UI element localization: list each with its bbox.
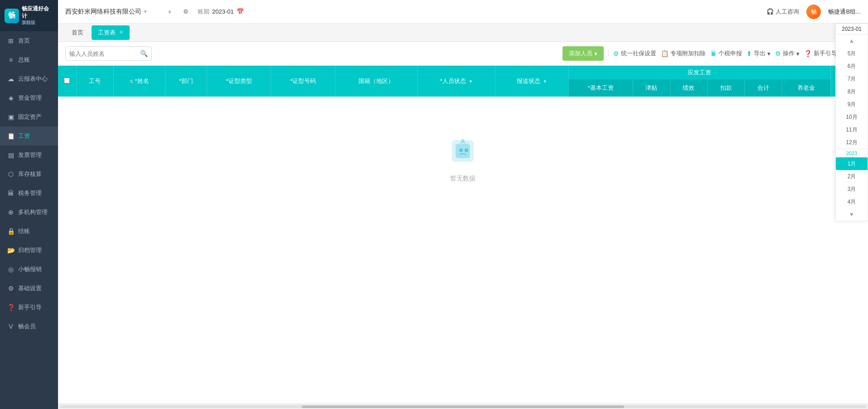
export-btn[interactable]: ⬆ 导出 ▾ xyxy=(747,49,771,58)
invoice-icon: ▤ xyxy=(7,151,15,159)
svg-point-2 xyxy=(459,148,463,152)
header-actions: ＋ ⚙ xyxy=(163,5,192,18)
user-avatar[interactable]: 畅 xyxy=(806,5,821,19)
closing-icon: 🔒 xyxy=(7,228,15,235)
assets-icon: ▣ xyxy=(7,113,15,121)
th-dept-label: *部门 xyxy=(179,78,193,84)
date-item-1[interactable]: 1月 xyxy=(836,157,868,170)
headset-icon: 🎧 xyxy=(766,8,774,15)
th-id-num-label: *证型号码 xyxy=(290,78,316,84)
guide-btn[interactable]: ❓ 新手引导 xyxy=(804,49,837,58)
tab-salary-table[interactable]: 工资表 ✕ xyxy=(92,25,130,40)
sidebar-item-ledger[interactable]: ≡ 总账 xyxy=(0,50,58,69)
date-item-5[interactable]: 5月 xyxy=(836,47,868,60)
service-button[interactable]: 🎧 人工咨询 xyxy=(766,8,799,16)
sidebar-label-invoice: 发票管理 xyxy=(18,151,42,159)
export-label: 导出 xyxy=(754,49,766,58)
date-item-10[interactable]: 10月 xyxy=(836,111,868,123)
sort-icon[interactable]: ⇅ xyxy=(130,79,133,84)
sidebar-item-assets[interactable]: ▣ 固定资产 xyxy=(0,107,58,127)
search-wrap: 🔍 xyxy=(65,46,152,61)
date-item-9[interactable]: 9月 xyxy=(836,98,868,111)
sidebar-item-expense[interactable]: ◎ 小畅报销 xyxy=(0,260,58,279)
date-prev-btn[interactable]: ▲ xyxy=(836,34,868,47)
calendar-icon[interactable]: 📅 xyxy=(237,8,244,15)
sidebar-item-invoice[interactable]: ▤ 发票管理 xyxy=(0,146,58,165)
add-person-button[interactable]: 添加人员 ▾ xyxy=(563,46,604,61)
sidebar: 畅 畅应通好会计 旗舰版 ⊞ 首页 ≡ 总账 ☁ 云报表中心 ◈ 资金管理 ▣ … xyxy=(0,0,58,409)
company-settings-btn[interactable]: ⚙ xyxy=(179,5,192,18)
service-label: 人工咨询 xyxy=(776,8,799,16)
app-subtitle: 旗舰版 xyxy=(22,19,53,26)
sidebar-label-closing: 结账 xyxy=(18,227,30,235)
date-item-12[interactable]: 12月 xyxy=(836,136,868,149)
operation-arrow: ▾ xyxy=(796,50,800,57)
social-insurance-btn[interactable]: ⚙ 统一社保设置 xyxy=(613,49,656,58)
app-logo: 畅 畅应通好会计 旗舰版 xyxy=(0,0,58,31)
guide-toolbar-icon: ❓ xyxy=(804,50,812,57)
sidebar-item-tax[interactable]: 🏛 税务管理 xyxy=(0,184,58,203)
sidebar-item-multi-org[interactable]: ⊕ 多机构管理 xyxy=(0,203,58,222)
th-pension-label: 养老金 xyxy=(797,84,815,91)
date-panel: 2023-01 ▲ 5月 6月 7月 8月 9月 10月 11月 12月 202… xyxy=(835,24,868,221)
th-status: *人员状态 ▼ xyxy=(417,66,495,97)
date-item-3[interactable]: 3月 xyxy=(836,183,868,195)
operation-icon: ⚙ xyxy=(775,50,781,57)
sidebar-label-home: 首页 xyxy=(18,37,30,45)
add-btn-label: 添加人员 xyxy=(569,49,592,58)
status-filter-icon[interactable]: ▼ xyxy=(468,79,473,84)
tab-home[interactable]: 首页 xyxy=(65,25,90,40)
search-input[interactable] xyxy=(69,50,137,57)
date-item-2[interactable]: 2月 xyxy=(836,170,868,183)
select-all-checkbox[interactable] xyxy=(64,78,70,83)
multi-org-icon: ⊕ xyxy=(7,209,15,216)
deduction-label: 专项附加扣除 xyxy=(670,49,706,58)
date-next-btn[interactable]: ▼ xyxy=(836,208,868,221)
tax-report-btn[interactable]: 🖩 个税申报 xyxy=(710,49,742,58)
th-allowance: 津贴 xyxy=(633,79,670,97)
th-performance-label: 绩效 xyxy=(683,84,694,91)
th-deduction-label: 扣款 xyxy=(720,84,732,91)
sidebar-item-inventory[interactable]: ⬡ 库存核算 xyxy=(0,165,58,184)
top-header: 西安虾米网络科技有限公司 ▾ ＋ ⚙ 账期 2023-01 📅 🎧 人工咨询 畅… xyxy=(58,0,868,24)
sidebar-item-capital[interactable]: ◈ 资金管理 xyxy=(0,88,58,107)
scroll-thumb[interactable] xyxy=(302,405,625,408)
sidebar-item-settings[interactable]: ⚙ 基础设置 xyxy=(0,279,58,298)
date-item-11[interactable]: 11月 xyxy=(836,123,868,136)
table-scrollbar[interactable] xyxy=(58,404,868,409)
report-filter-icon[interactable]: ▼ xyxy=(543,79,547,84)
sidebar-label-multi-org: 多机构管理 xyxy=(18,208,48,216)
th-name: ⇅ *姓名 xyxy=(113,66,165,97)
tab-home-label: 首页 xyxy=(72,29,83,37)
date-item-8[interactable]: 8月 xyxy=(836,85,868,98)
date-item-6[interactable]: 6月 xyxy=(836,60,868,73)
export-arrow: ▾ xyxy=(767,50,771,57)
sidebar-item-guide[interactable]: ❓ 新手引导 xyxy=(0,298,58,317)
th-base-salary: *基本工资 xyxy=(568,79,633,97)
tax-icon: 🏛 xyxy=(7,190,15,197)
sidebar-item-closing[interactable]: 🔒 结账 xyxy=(0,222,58,241)
th-report-label: 报送状态 xyxy=(517,78,540,84)
th-performance: 绩效 xyxy=(670,79,707,97)
checkbox-column-header[interactable] xyxy=(58,66,76,97)
date-item-7[interactable]: 7月 xyxy=(836,73,868,85)
separator-1 xyxy=(608,50,609,57)
sidebar-item-salary[interactable]: 📋 工资 xyxy=(0,127,58,146)
th-total: 合计 xyxy=(745,79,782,97)
sidebar-item-member[interactable]: V 畅会员 xyxy=(0,317,58,336)
add-company-btn[interactable]: ＋ xyxy=(163,5,176,18)
sidebar-item-home[interactable]: ⊞ 首页 xyxy=(0,31,58,50)
special-deduction-btn[interactable]: 📋 专项附加扣除 xyxy=(661,49,706,58)
sidebar-item-cloud-report[interactable]: ☁ 云报表中心 xyxy=(0,69,58,88)
inventory-icon: ⬡ xyxy=(7,170,15,178)
th-id-type-label: *证型类型 xyxy=(226,78,252,84)
sidebar-item-archive[interactable]: 📂 归档管理 xyxy=(0,241,58,260)
date-item-4[interactable]: 4月 xyxy=(836,195,868,208)
operation-btn[interactable]: ⚙ 操作 ▾ xyxy=(775,49,800,58)
tab-close-icon[interactable]: ✕ xyxy=(119,29,123,35)
user-name[interactable]: 畅捷通B组... xyxy=(828,8,861,16)
period-value: 2023-01 xyxy=(212,8,234,15)
th-deduction: 扣款 xyxy=(708,79,745,97)
company-selector[interactable]: 西安虾米网络科技有限公司 ▾ xyxy=(65,8,156,16)
sidebar-label-tax: 税务管理 xyxy=(18,189,42,197)
